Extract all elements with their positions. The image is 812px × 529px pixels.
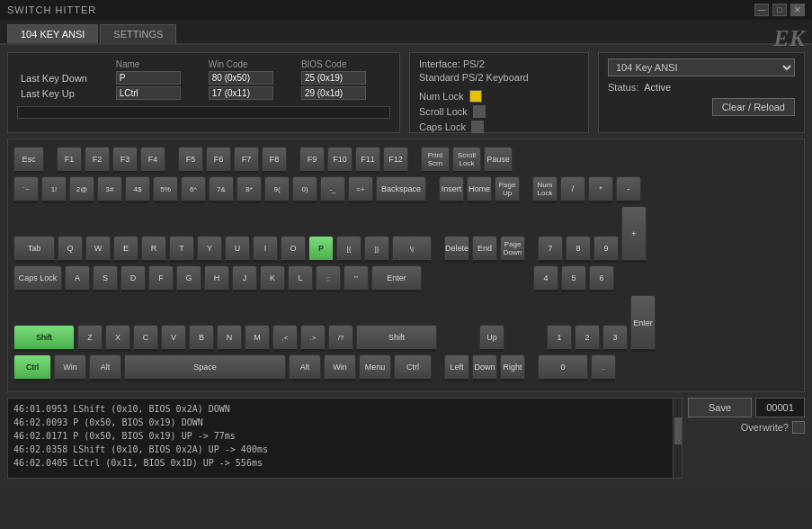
key-num2[interactable]: 2 [575, 325, 600, 352]
key-end[interactable]: End [472, 236, 497, 263]
key-n[interactable]: N [217, 325, 242, 352]
key-quote[interactable]: '" [344, 265, 369, 292]
key-numenter[interactable]: Enter [630, 295, 656, 352]
key-num8[interactable]: 8 [566, 236, 591, 263]
key-left-ctrl[interactable]: Ctrl [13, 354, 51, 381]
key-numminus[interactable]: - [616, 176, 641, 203]
key-7[interactable]: 7& [209, 176, 234, 203]
key-left-shift[interactable]: Shift [13, 325, 75, 352]
key-f12[interactable]: F12 [383, 147, 408, 174]
key-equals[interactable]: =+ [348, 176, 373, 203]
last-key-down-name[interactable] [116, 71, 181, 85]
key-down[interactable]: Down [472, 354, 497, 381]
key-l[interactable]: L [288, 265, 313, 292]
key-3[interactable]: 3# [97, 176, 122, 203]
close-button[interactable]: ✕ [790, 4, 805, 16]
key-m[interactable]: M [245, 325, 270, 352]
key-capslock[interactable]: Caps Lock [13, 265, 62, 292]
log-scrollbar[interactable] [673, 399, 682, 478]
key-numslash[interactable]: / [560, 176, 585, 203]
key-5[interactable]: 5% [153, 176, 178, 203]
key-right-shift[interactable]: Shift [356, 325, 437, 352]
key-v[interactable]: V [161, 325, 186, 352]
key-num4[interactable]: 4 [533, 265, 558, 292]
key-i[interactable]: I [253, 236, 278, 263]
key-f8[interactable]: F8 [262, 147, 287, 174]
key-print-screen[interactable]: PrintScrn [421, 147, 450, 174]
key-c[interactable]: C [133, 325, 158, 352]
key-f10[interactable]: F10 [327, 147, 352, 174]
key-6[interactable]: 6^ [181, 176, 206, 203]
key-j[interactable]: J [232, 265, 257, 292]
key-x[interactable]: X [105, 325, 130, 352]
key-k[interactable]: K [260, 265, 285, 292]
key-right-ctrl[interactable]: Ctrl [394, 354, 432, 381]
maximize-button[interactable]: □ [772, 4, 787, 16]
key-backtick[interactable]: `~ [13, 176, 39, 203]
key-comma[interactable]: ,< [272, 325, 298, 352]
last-key-up-bios[interactable] [301, 86, 366, 100]
key-f7[interactable]: F7 [234, 147, 259, 174]
key-minus[interactable]: -_ [320, 176, 345, 203]
key-pause[interactable]: Pause [484, 147, 513, 174]
key-u[interactable]: U [225, 236, 250, 263]
tab-104-key-ansi[interactable]: 104 KEY ANSI [7, 24, 98, 43]
key-numplus[interactable]: + [621, 206, 647, 263]
key-w[interactable]: W [85, 236, 111, 263]
key-8[interactable]: 8* [236, 176, 262, 203]
key-menu[interactable]: Menu [359, 354, 391, 381]
key-h[interactable]: H [204, 265, 229, 292]
key-left[interactable]: Left [444, 354, 469, 381]
key-y[interactable]: Y [197, 236, 222, 263]
key-num5[interactable]: 5 [561, 265, 586, 292]
overwrite-checkbox[interactable] [792, 421, 805, 434]
last-key-down-bios[interactable] [301, 71, 366, 85]
key-backspace[interactable]: Backspace [376, 176, 426, 203]
key-right-win[interactable]: Win [324, 354, 356, 381]
key-slash[interactable]: /? [328, 325, 353, 352]
key-z[interactable]: Z [77, 325, 103, 352]
key-f9[interactable]: F9 [299, 147, 325, 174]
key-f[interactable]: F [148, 265, 174, 292]
key-num0[interactable]: 0 [538, 354, 588, 381]
key-9[interactable]: 9( [264, 176, 290, 203]
key-2[interactable]: 2@ [69, 176, 94, 203]
key-f5[interactable]: F5 [178, 147, 203, 174]
key-p[interactable]: P [308, 236, 334, 263]
key-s[interactable]: S [93, 265, 118, 292]
key-period[interactable]: .> [300, 325, 326, 352]
key-right-alt[interactable]: Alt [289, 354, 321, 381]
key-0[interactable]: 0) [292, 176, 317, 203]
keyboard-dropdown[interactable]: 104 Key ANSI [608, 58, 795, 76]
tab-settings[interactable]: SETTINGS [100, 24, 176, 43]
key-4[interactable]: 4$ [125, 176, 150, 203]
key-q[interactable]: Q [58, 236, 83, 263]
key-t[interactable]: T [169, 236, 194, 263]
key-up[interactable]: Up [479, 325, 504, 352]
last-key-down-win[interactable] [209, 71, 273, 85]
key-scroll-lock[interactable]: ScrollLock [452, 147, 481, 174]
key-left-alt[interactable]: Alt [89, 354, 121, 381]
key-semicolon[interactable]: ;: [316, 265, 341, 292]
key-num3[interactable]: 3 [602, 325, 628, 352]
key-delete[interactable]: Delete [444, 236, 469, 263]
key-r[interactable]: R [141, 236, 166, 263]
key-num1[interactable]: 1 [547, 325, 572, 352]
key-b[interactable]: B [189, 325, 214, 352]
key-enter[interactable]: Enter [371, 265, 422, 292]
key-e[interactable]: E [113, 236, 138, 263]
key-num7[interactable]: 7 [538, 236, 563, 263]
window-controls[interactable]: — □ ✕ [754, 4, 805, 16]
minimize-button[interactable]: — [754, 4, 769, 16]
key-space[interactable]: Space [124, 354, 286, 381]
key-home[interactable]: Home [467, 176, 492, 203]
key-numstar[interactable]: * [588, 176, 613, 203]
key-esc[interactable]: Esc [13, 147, 44, 174]
key-1[interactable]: 1! [41, 176, 67, 203]
last-key-up-name[interactable] [116, 86, 181, 100]
key-tab[interactable]: Tab [13, 236, 55, 263]
key-lbracket[interactable]: [{ [336, 236, 361, 263]
key-numlock[interactable]: NumLock [532, 176, 558, 203]
log-scrollbar-thumb[interactable] [674, 417, 682, 444]
key-g[interactable]: G [176, 265, 201, 292]
